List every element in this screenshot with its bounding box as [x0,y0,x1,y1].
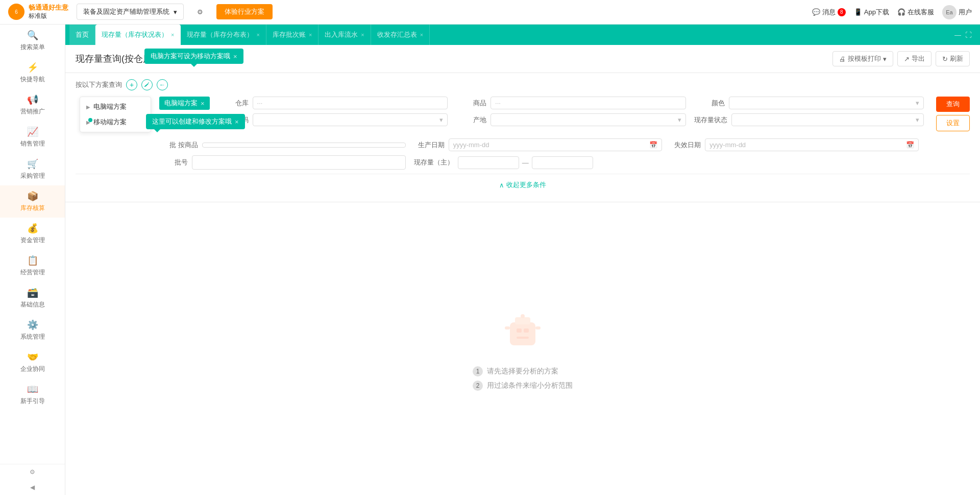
color-select[interactable]: ▾ [729,97,924,109]
tooltip-arrow-down [154,129,160,132]
system-icon: ⚙️ [27,319,38,331]
sidebar-settings-button[interactable]: ⚙ [0,464,65,480]
filter-edit-button[interactable] [141,79,153,90]
stock-status-label: 现存量状态 [694,115,727,125]
filter-label: 按以下方案查询 [76,80,122,89]
warehouse-select[interactable]: ··· [253,97,448,109]
tab-inventory-status-label: 现存量（库存状况表） [102,30,168,39]
print-icon: 🖨 [839,55,846,63]
refresh-label: 刷新 [950,54,963,63]
tab-batch[interactable]: 库存批次账 × [266,25,318,45]
sidebar-item-guide[interactable]: 📖 新手引导 [0,379,65,411]
export-button[interactable]: ↗ 导出 [897,51,932,66]
sidebar-item-basic[interactable]: 🗃️ 基础信息 [0,282,65,314]
tab-expand-button[interactable]: ⛶ [965,31,972,39]
stock-status-select[interactable]: ▾ [731,113,924,126]
sidebar-item-quick-nav[interactable]: ⚡ 快捷导航 [0,57,65,89]
tab-inout[interactable]: 出入库流水 × [318,25,371,45]
refresh-button[interactable]: ↻ 刷新 [936,51,970,66]
collapse-icon: ◀ [30,484,35,491]
empty-tip-2-text: 用过滤条件来缩小分析范围 [487,381,573,390]
username-label: 用户 [959,8,972,17]
service-icon: 🎧 [897,8,905,16]
settings-gear-button[interactable]: ⚙ [192,4,208,20]
message-button[interactable]: 💬 消息 8 [812,8,846,17]
edit-icon [144,82,150,88]
calendar-icon[interactable]: 📅 [649,141,657,149]
tooltip-add-close[interactable]: × [233,53,237,60]
collapse-label: 收起更多条件 [506,180,546,190]
online-service-button[interactable]: 🎧 在线客服 [897,8,934,17]
print-chevron-icon: ▾ [883,55,887,63]
scheme-tag[interactable]: 电脑端方案 × [159,97,210,110]
tab-receipt-close[interactable]: × [420,32,423,38]
stock-qty-max[interactable] [532,156,593,169]
print-label: 按模板打印 [848,54,881,63]
collapse-section: ∧ 收起更多条件 [76,174,970,196]
expire-date-label: 失效日期 [670,140,701,150]
industry-button[interactable]: 体验行业方案 [216,4,273,19]
sidebar-label-enterprise: 企业协同 [20,365,45,373]
expire-date-input[interactable]: yyyy-mm-dd 📅 [705,138,919,151]
search-button[interactable]: 查询 [936,97,970,112]
sidebar-item-inventory[interactable]: 📦 库存核算 [0,185,65,218]
sidebar-collapse-button[interactable]: ◀ [0,480,65,495]
filter-add-button[interactable]: + [126,79,137,90]
batch-select[interactable] [202,143,406,148]
svg-rect-8 [505,326,510,329]
tab-inventory-dist-close[interactable]: × [256,32,259,38]
sidebar-label-guide: 新手引导 [20,397,45,406]
column-setting-button[interactable]: 设置 [936,115,970,131]
tab-receipt[interactable]: 收发存汇总表 × [371,25,430,45]
sidebar-item-marketing[interactable]: 📢 营销推广 [0,89,65,121]
chevron-down-icon: ▾ [174,8,177,16]
calendar-icon2[interactable]: 📅 [906,141,914,149]
goods-select[interactable]: ··· [491,97,685,109]
empty-state: 1 请先选择要分析的方案 2 用过滤条件来缩小分析范围 [65,202,980,495]
collapse-button[interactable]: ∧ 收起更多条件 [495,176,550,194]
sidebar-item-search-menu[interactable]: 🔍 搜索菜单 [0,25,65,57]
batchno-input[interactable] [192,155,406,170]
svg-text:6: 6 [15,9,18,15]
size-chevron: ▾ [439,116,443,124]
tab-inventory-status-close[interactable]: × [171,32,174,38]
stock-qty-min[interactable] [458,156,519,169]
chart-icon: 📈 [27,126,38,137]
scheme-tag-close[interactable]: × [201,100,205,107]
sidebar-item-purchase[interactable]: 🛒 采购管理 [0,153,65,185]
filter-field-stock-status: 现存量状态 ▾ [694,113,924,126]
sidebar-item-enterprise[interactable]: 🤝 企业协同 [0,346,65,379]
tab-inout-close[interactable]: × [361,32,364,38]
app-download-label: App下载 [864,8,889,17]
tooltip-edit-text: 这里可以创建和修改方案哦 [152,117,232,126]
cart-icon: 🛒 [27,158,38,170]
tab-inventory-status[interactable]: 现存量（库存状况表） × [95,25,181,45]
sidebar-item-finance[interactable]: 💰 资金管理 [0,218,65,250]
filter-field-produce-date: 生产日期 yyyy-mm-dd 📅 [414,138,663,151]
filter-field-goods: 商品 ··· [456,97,685,109]
sidebar-label-basic: 基础信息 [20,300,45,309]
sidebar-item-system[interactable]: ⚙️ 系统管理 [0,314,65,346]
clipboard-icon: 📋 [27,255,38,266]
app-selector[interactable]: 装备及固定资产辅助管理系统 ▾ [77,4,184,20]
print-button[interactable]: 🖨 按模板打印 ▾ [832,51,893,66]
app-download-button[interactable]: 📱 App下载 [854,8,889,17]
tip-num-1: 1 [473,366,483,376]
tooltip-edit-close[interactable]: × [235,118,239,126]
tab-home[interactable]: 首页 [69,25,95,45]
user-profile-button[interactable]: Ea 用户 [942,5,972,19]
sidebar-item-sales[interactable]: 📈 销售管理 [0,121,65,153]
sidebar-label-management: 经营管理 [20,268,45,277]
svg-rect-9 [535,326,541,329]
message-badge: 8 [838,8,846,16]
sidebar-item-management[interactable]: 📋 经营管理 [0,250,65,282]
tab-batch-close[interactable]: × [309,32,312,38]
filter-back-button[interactable]: ← [157,79,168,90]
scheme-tree-pc[interactable]: ▶ 电脑端方案 [80,99,151,114]
size-select[interactable]: ▾ [253,113,448,126]
scheme-tree-mobile[interactable]: ▶ 移动端方案 [80,114,151,130]
origin-select[interactable]: ▾ [491,113,685,126]
produce-date-input[interactable]: yyyy-mm-dd 📅 [449,138,663,151]
tab-minimize-button[interactable]: — [954,31,961,39]
tab-inventory-dist[interactable]: 现存量（库存分布表） × [181,25,266,45]
